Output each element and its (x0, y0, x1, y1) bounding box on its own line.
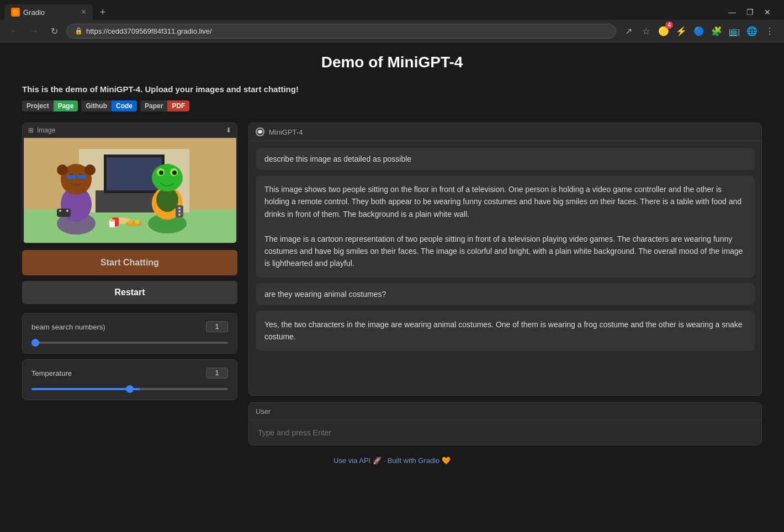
chat-header: 💬 MiniGPT-4 (249, 123, 761, 141)
tab-title: Gradio (23, 8, 45, 17)
beam-search-group: beam search numbers) 1 (22, 313, 237, 354)
svg-rect-17 (57, 209, 71, 217)
chat-input[interactable] (249, 421, 761, 445)
chat-messages[interactable]: describe this image as detailed as possi… (249, 141, 761, 395)
input-label: User (249, 403, 761, 421)
image-container: ⊞ Image ⬇ (22, 123, 237, 243)
restart-btn[interactable]: Restart (22, 281, 237, 304)
svg-rect-1 (24, 210, 236, 243)
svg-point-26 (159, 171, 163, 175)
main-layout: ⊞ Image ⬇ (22, 123, 762, 445)
chat-container: 💬 MiniGPT-4 describe this image as detai… (248, 123, 762, 396)
extension-btn-1[interactable]: 🟡 4 (656, 23, 671, 39)
page-title: Demo of MiniGPT-4 (22, 54, 762, 71)
api-link[interactable]: Use via API (333, 456, 370, 465)
svg-point-30 (178, 210, 181, 212)
svg-point-19 (66, 210, 68, 212)
lock-icon: 🔒 (75, 27, 83, 35)
svg-point-29 (178, 207, 181, 209)
page-footer: Use via API 🚀 · Built with Gradio 🧡 (22, 445, 762, 476)
temperature-group: Temperature 1 (22, 359, 237, 400)
svg-point-16 (84, 164, 96, 175)
download-icon[interactable]: ⬇ (226, 126, 231, 134)
svg-rect-12 (67, 175, 76, 179)
reload-btn[interactable]: ↻ (46, 23, 62, 39)
nav-bar: ← → ↻ 🔒 https://cedd3709569f84f311.gradi… (0, 20, 784, 42)
extension-btn-2[interactable]: ⚡ (674, 23, 689, 39)
temperature-header: Temperature 1 (31, 368, 228, 379)
nav-actions: ↗ ☆ 🟡 4 ⚡ 🔵 🧩 📺 🌐 ⋮ (621, 23, 777, 39)
forward-btn[interactable]: → (27, 23, 42, 39)
start-chatting-btn[interactable]: Start Chatting (22, 250, 237, 275)
assistant-message-2: Yes, the two characters in the image are… (256, 311, 755, 351)
chat-header-icon: 💬 (256, 127, 264, 136)
image-header-left: ⊞ Image (28, 126, 55, 134)
tab-favicon: 🟠 (11, 8, 20, 17)
browser-chrome: 🟠 Gradio × + — ❐ ✕ ← → ↻ 🔒 https://cedd3… (0, 0, 784, 42)
tab-close-btn[interactable]: × (81, 8, 86, 17)
share-btn[interactable]: ↗ (621, 23, 636, 39)
svg-point-38 (135, 220, 139, 224)
image-display (23, 138, 237, 243)
active-tab[interactable]: 🟠 Gradio × (4, 4, 93, 20)
built-with: Built with Gradio (388, 456, 442, 465)
user-message-2: are they wearing animal costumes? (256, 283, 755, 305)
cartoon-scene-svg (24, 138, 236, 243)
window-minimize-btn[interactable]: — (724, 6, 740, 19)
image-icon: ⊞ (28, 126, 34, 134)
extension-btn-3[interactable]: 🔵 (691, 23, 707, 39)
extension-btn-4[interactable]: 🧩 (709, 23, 724, 39)
right-panel: 💬 MiniGPT-4 describe this image as detai… (248, 123, 762, 445)
chat-header-label: MiniGPT-4 (269, 128, 303, 136)
svg-point-27 (172, 171, 177, 175)
cast-btn[interactable]: 📺 (727, 23, 742, 39)
beam-search-value: 1 (206, 321, 228, 332)
svg-point-18 (59, 210, 61, 212)
temperature-slider[interactable] (31, 388, 228, 390)
subtitle: This is the demo of MiniGPT-4. Upload yo… (22, 84, 762, 94)
chat-input-section: User (248, 402, 762, 445)
window-restore-btn[interactable]: ❐ (742, 6, 757, 19)
assistant-message-1: This image shows two people sitting on t… (256, 175, 755, 278)
badge-row: Project Page Github Code Paper PDF (22, 100, 762, 111)
window-close-btn[interactable]: ✕ (760, 6, 775, 19)
left-panel: ⊞ Image ⬇ (22, 123, 237, 406)
url-text: https://cedd3709569f84f311.gradio.live/ (86, 27, 212, 35)
window-controls: — ❐ ✕ (724, 6, 780, 19)
address-bar[interactable]: 🔒 https://cedd3709569f84f311.gradio.live… (66, 24, 616, 39)
image-label: Image (37, 126, 55, 134)
temperature-label: Temperature (31, 369, 72, 377)
profile-btn[interactable]: 🌐 (744, 23, 760, 39)
svg-point-15 (57, 164, 68, 175)
badge-paper[interactable]: Paper PDF (140, 100, 189, 111)
svg-rect-35 (110, 220, 114, 221)
svg-point-37 (128, 220, 133, 224)
beam-search-label: beam search numbers) (31, 323, 105, 331)
back-btn[interactable]: ← (7, 23, 22, 39)
svg-rect-13 (77, 175, 86, 179)
beam-search-slider[interactable] (31, 342, 228, 344)
image-header: ⊞ Image ⬇ (23, 123, 237, 138)
badge-github[interactable]: Github Code (81, 100, 137, 111)
badge-project[interactable]: Project Page (22, 100, 78, 111)
tab-bar: 🟠 Gradio × + — ❐ ✕ (0, 0, 784, 20)
svg-point-31 (178, 214, 181, 216)
page-content: Demo of MiniGPT-4 This is the demo of Mi… (0, 42, 784, 517)
bookmark-btn[interactable]: ☆ (638, 23, 654, 39)
user-message-1: describe this image as detailed as possi… (256, 148, 755, 170)
beam-search-header: beam search numbers) 1 (31, 321, 228, 332)
new-tab-btn[interactable]: + (95, 4, 110, 20)
gradio-link[interactable]: Built with Gradio (388, 456, 440, 465)
menu-btn[interactable]: ⋮ (762, 23, 777, 39)
temperature-value: 1 (206, 368, 228, 379)
footer-separator: · (383, 456, 385, 465)
svg-point-23 (152, 164, 183, 191)
